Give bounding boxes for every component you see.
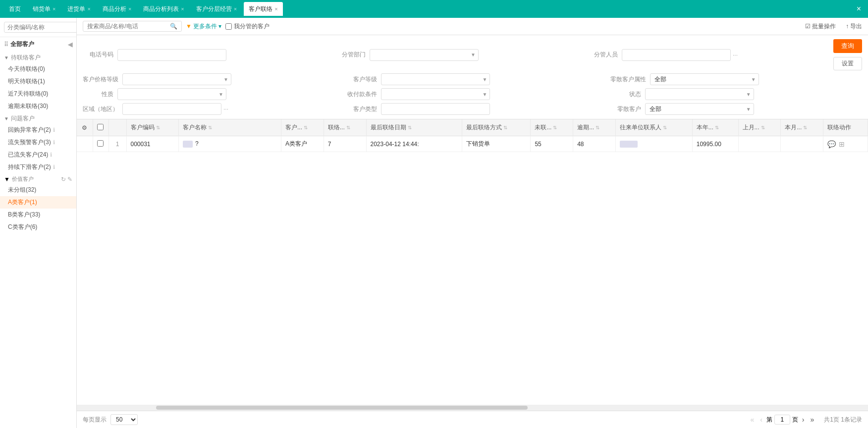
sidebar-item-today[interactable]: 今天待联络(0) [0, 63, 76, 75]
last-page-button[interactable]: » [809, 415, 816, 425]
col-unit-contact: 往来单位联系人 ⇅ [615, 119, 692, 136]
sort-year-icon[interactable]: ⇅ [715, 125, 719, 130]
sort-name-icon[interactable]: ⇅ [208, 125, 212, 130]
sidebar-item-churn-warning[interactable]: 流失预警客户(3) ℹ [0, 136, 76, 149]
sidebar-item-c-class[interactable]: C类客户(6) [0, 221, 76, 233]
field-retail-attr: 零散客户属性 全部 ▼ [610, 73, 862, 85]
horizontal-scrollbar[interactable] [77, 405, 868, 411]
sort-way-icon[interactable]: ⇅ [503, 125, 507, 130]
main-search-input[interactable] [87, 23, 168, 30]
last-way-link[interactable]: 下销货单 [466, 140, 490, 147]
page-number-input[interactable] [774, 415, 790, 425]
arrow-problem: ▼ [4, 116, 9, 121]
sidebar-group-value: ▼ 价值客户 ↻ ✎ [0, 173, 76, 184]
sidebar-item-tomorrow[interactable]: 明天待联络(1) [0, 75, 76, 88]
field-dept: 分管部门 ▼ [335, 49, 575, 61]
col-name: 客户名称 ⇅ [178, 119, 281, 136]
field-price-level: 客户价格等级 ▼ [83, 73, 334, 85]
page-label: 第 [766, 416, 772, 424]
info-icon-4: ℹ [53, 164, 55, 170]
scrollbar-thumb[interactable] [156, 406, 528, 410]
close-all-button[interactable]: × [854, 4, 864, 13]
field-payment: 收付款条件 ▼ [346, 88, 598, 100]
dept-select[interactable] [370, 49, 479, 61]
region-more-btn[interactable]: ··· [223, 106, 228, 112]
sidebar-all-customers[interactable]: ⠿ 全部客户 ◀ [0, 37, 76, 52]
sort-overdue-icon[interactable]: ⇅ [596, 125, 599, 130]
table-row: 1 000031 ? A类客户 7 2023-04-12 14:44: 下销货单… [77, 136, 868, 152]
sidebar-item-overdue[interactable]: 逾期未联络(30) [0, 100, 76, 112]
region-input[interactable] [122, 103, 221, 115]
my-customers-checkbox[interactable] [225, 23, 232, 30]
close-segment-icon[interactable]: × [234, 6, 237, 12]
sidebar-item-churned[interactable]: 已流失客户(24) ℹ [0, 149, 76, 161]
close-contact-icon[interactable]: × [274, 6, 277, 12]
nav-analysis[interactable]: 商品分析 × [98, 2, 136, 16]
my-customers-checkbox-area: 我分管的客户 [225, 22, 270, 31]
col-code: 客户编码 ⇅ [126, 119, 178, 136]
search-box: 🔍 [83, 21, 182, 32]
sort-code-icon[interactable]: ⇅ [156, 125, 160, 130]
nav-sales[interactable]: 销货单 × [28, 2, 60, 16]
sidebar-item-declining[interactable]: 持续下滑客户(2) ℹ [0, 161, 76, 173]
nav-customer-contact[interactable]: 客户联络 × [244, 2, 282, 16]
customer-type-input[interactable] [381, 103, 490, 115]
main-search-icon[interactable]: 🔍 [170, 23, 177, 30]
prev-page-button[interactable]: ‹ [758, 415, 764, 425]
customer-level-select[interactable] [381, 73, 490, 85]
person-input[interactable] [622, 49, 731, 61]
settings-button[interactable]: 设置 [833, 57, 862, 70]
close-purchase-icon[interactable]: × [87, 6, 90, 12]
retail-customer-select[interactable]: 全部 [645, 103, 754, 115]
payment-select[interactable] [381, 88, 490, 100]
nav-purchase[interactable]: 进货单 × [62, 2, 95, 16]
gear-icon[interactable]: ⚙ [82, 124, 87, 131]
nav-analysis-list[interactable]: 商品分析列表 × [138, 2, 189, 16]
sidebar-item-ungrouped[interactable]: 未分组(32) [0, 184, 76, 196]
nav-customer-segment[interactable]: 客户分层经营 × [191, 2, 242, 16]
close-analysis-icon[interactable]: × [128, 6, 131, 12]
sidebar-item-a-class[interactable]: A类客户(1) [0, 196, 76, 209]
filter-row-3: 性质 ▼ 收付款条件 ▼ [83, 88, 862, 100]
sidebar-search-input[interactable] [4, 22, 77, 33]
sidebar-item-7days[interactable]: 近7天待联络(0) [0, 88, 76, 100]
close-sales-icon[interactable]: × [53, 6, 55, 12]
sort-this-month-icon[interactable]: ⇅ [803, 125, 807, 130]
query-button[interactable]: 查询 [833, 39, 862, 53]
status-select[interactable] [645, 88, 754, 100]
chat-icon[interactable]: 💬 [827, 140, 836, 148]
phone-input[interactable] [117, 49, 226, 61]
refresh-icon[interactable]: ↻ [61, 176, 66, 183]
batch-operation-button[interactable]: ☑ 批量操作 [805, 22, 836, 31]
page-of-label: 页 [792, 416, 798, 424]
close-analysis-list-icon[interactable]: × [181, 6, 184, 12]
sort-no-contact-icon[interactable]: ⇅ [553, 125, 557, 130]
export-button[interactable]: ↑ 导出 [846, 22, 862, 31]
row-checkbox[interactable] [97, 140, 104, 147]
next-page-button[interactable]: › [800, 415, 807, 425]
sidebar-item-repurchase-abnormal[interactable]: 回购异常客户(2) ℹ [0, 124, 76, 136]
price-level-select[interactable] [122, 73, 231, 85]
nav-home[interactable]: 首页 [4, 2, 26, 16]
collapse-icon[interactable]: ◀ [68, 41, 72, 48]
nature-select[interactable] [117, 88, 226, 100]
sort-date-icon[interactable]: ⇅ [408, 125, 412, 130]
row-actions: 💬 ⊞ [827, 140, 864, 148]
select-all-checkbox[interactable] [97, 124, 104, 130]
retail-attr-select[interactable]: 全部 [650, 73, 759, 85]
sort-contact-icon[interactable]: ⇅ [346, 125, 350, 130]
sidebar-item-b-class[interactable]: B类客户(33) [0, 209, 76, 221]
edit-group-icon[interactable]: ✎ [67, 176, 72, 183]
row-unit-contact-cell [615, 136, 692, 152]
sort-unit-icon[interactable]: ⇅ [663, 125, 667, 130]
page-size-select[interactable]: 50 100 200 [110, 414, 138, 425]
more-filters-button[interactable]: ▼ 更多条件 ▾ [186, 22, 221, 31]
sort-type-icon[interactable]: ⇅ [304, 125, 308, 130]
row-this-year-cell: 10995.00 [692, 136, 738, 152]
sort-last-month-icon[interactable]: ⇅ [761, 125, 765, 130]
filter-row-4: 区域（地区） ··· 客户类型 零散客户 全部 ▼ [83, 103, 862, 115]
qr-icon[interactable]: ⊞ [839, 140, 845, 148]
first-page-button[interactable]: « [748, 415, 756, 425]
info-icon-3: ℹ [50, 152, 52, 158]
person-more-btn[interactable]: ··· [733, 52, 738, 58]
